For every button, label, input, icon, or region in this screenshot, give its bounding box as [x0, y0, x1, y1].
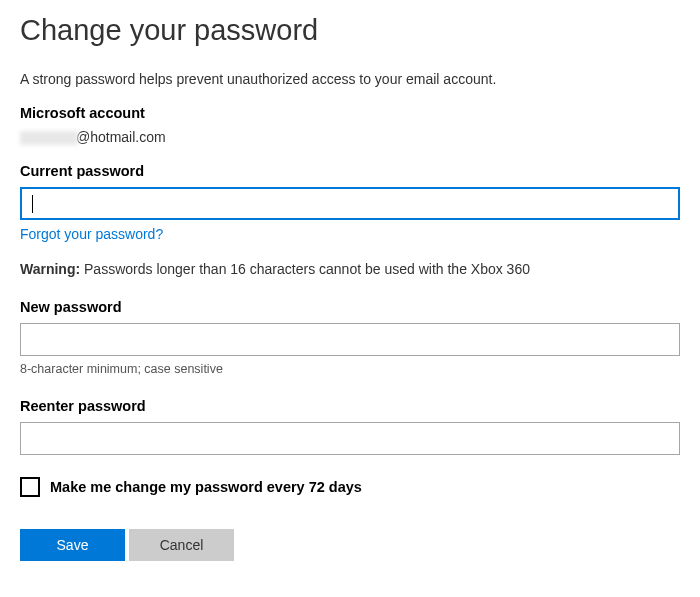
new-password-label: New password	[20, 299, 680, 315]
new-password-input[interactable]	[20, 323, 680, 356]
periodic-change-checkbox-row[interactable]: Make me change my password every 72 days	[20, 477, 680, 497]
reenter-password-label: Reenter password	[20, 398, 680, 414]
warning-text: Warning: Passwords longer than 16 charac…	[20, 261, 680, 277]
page-title: Change your password	[20, 14, 680, 47]
save-button[interactable]: Save	[20, 529, 125, 561]
current-password-input[interactable]	[20, 187, 680, 220]
reenter-password-input[interactable]	[20, 422, 680, 455]
account-label: Microsoft account	[20, 105, 680, 121]
email-suffix: @hotmail.com	[76, 129, 166, 145]
account-email: @hotmail.com	[20, 129, 680, 145]
redacted-username	[20, 131, 78, 145]
forgot-password-link[interactable]: Forgot your password?	[20, 226, 163, 242]
text-cursor	[32, 195, 33, 213]
cancel-button[interactable]: Cancel	[129, 529, 234, 561]
periodic-change-label: Make me change my password every 72 days	[50, 479, 362, 495]
warning-prefix: Warning:	[20, 261, 80, 277]
button-row: Save Cancel	[20, 529, 680, 561]
current-password-label: Current password	[20, 163, 680, 179]
new-password-hint: 8-character minimum; case sensitive	[20, 362, 680, 376]
periodic-change-checkbox[interactable]	[20, 477, 40, 497]
intro-text: A strong password helps prevent unauthor…	[20, 71, 680, 87]
warning-body: Passwords longer than 16 characters cann…	[80, 261, 530, 277]
